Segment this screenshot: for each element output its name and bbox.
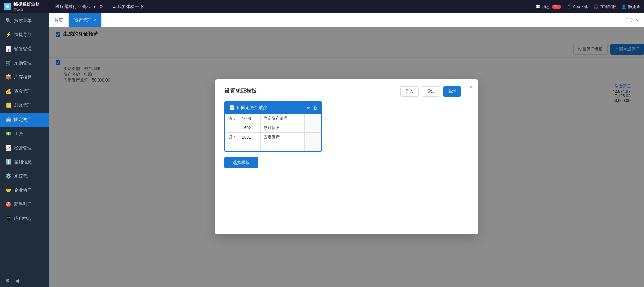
row-credit-3 (313, 142, 321, 151)
ledger-icon: 📒 (5, 102, 11, 108)
company-selector[interactable]: 医疗器械行业演示 ▼ ⚙ ☁ 我要体验一下 (55, 4, 531, 10)
tab-asset-mgmt[interactable]: 资产管理 × (69, 13, 102, 27)
experience-btn[interactable]: ☁ 我要体验一下 (112, 4, 144, 10)
user-nav[interactable]: 👤 畅捷通 (621, 4, 640, 10)
row-debit-3 (305, 142, 313, 151)
window-maximize-btn[interactable]: ⛶ (625, 16, 633, 24)
template-row-1: 1602 累计折旧 (225, 123, 321, 133)
search-icon: 🔍 (5, 18, 11, 24)
headset-icon: 🎧 (593, 4, 599, 9)
purchase-icon: 🛒 (5, 60, 11, 66)
row-type-1 (225, 123, 239, 133)
row-name-2: 固定资产 (260, 133, 304, 142)
sidebar-item-inventory[interactable]: 📦 库存核算 (0, 70, 49, 84)
company-name: 医疗器械行业演示 (55, 4, 90, 10)
row-debit-2 (305, 133, 313, 142)
sidebar-item-finance[interactable]: 💰 资金管理 (0, 84, 49, 98)
row-type-2: 贷： (225, 133, 239, 142)
row-code-3 (239, 142, 261, 151)
operations-icon: 📈 (5, 145, 11, 151)
row-code-0: 1606 (239, 114, 261, 123)
sales-icon: 📊 (5, 46, 11, 52)
row-name-0: 固定资产清理 (260, 114, 304, 123)
row-credit-0 (313, 114, 321, 123)
row-type-3 (225, 142, 239, 151)
content-area: 首页 资产管理 × — ⛶ × 生成的凭证预览 (49, 13, 644, 287)
top-bar: 财 畅捷通好业财 普及版 医疗器械行业演示 ▼ ⚙ ☁ 我要体验一下 💬 消息 … (0, 0, 644, 13)
sidebar-item-quicknav[interactable]: ⚡ 快捷导航 (0, 28, 49, 42)
row-code-2: 1601 (239, 133, 261, 142)
sidebar-item-app-center[interactable]: 📱 应用中心 (0, 212, 49, 226)
basic-info-icon: ℹ️ (5, 159, 11, 165)
app-container: 财 畅捷通好业财 普及版 医疗器械行业演示 ▼ ⚙ ☁ 我要体验一下 💬 消息 … (0, 0, 644, 287)
sidebar-item-search[interactable]: 🔍 搜索菜单 (0, 13, 49, 28)
row-debit-0 (305, 114, 313, 123)
import-btn[interactable]: 导入 (400, 86, 419, 97)
template-delete-icon[interactable]: 🗑 (313, 105, 317, 110)
logo-icon: 财 (4, 3, 11, 10)
row-name-3 (260, 142, 304, 151)
modal-overlay: × 设置凭证模板 导入 导出 新增 (49, 27, 644, 287)
enterprise-icon: 🤝 (5, 187, 11, 193)
modal-toolbar: 导入 导出 新增 (400, 86, 461, 97)
tab-close-icon[interactable]: × (94, 18, 96, 23)
template-row-3 (225, 142, 321, 151)
window-close-btn[interactable]: × (633, 16, 641, 24)
page-content: 生成的凭证预览 批量凭证模板 全部生成凭证 变动类型：资产清理 资产名称：电脑 … (49, 27, 644, 287)
row-credit-1 (313, 123, 321, 133)
sidebar-bottom: ⚙ ◀ (0, 274, 49, 287)
sidebar-item-guide[interactable]: 🎯 新手引导 (0, 197, 49, 212)
sidebar-item-ledger[interactable]: 📒 总账管理 (0, 98, 49, 113)
tab-bar: 首页 资产管理 × — ⛶ × (49, 13, 644, 27)
chevron-down-icon: ▼ (93, 5, 96, 9)
system-icon: ⚙️ (5, 173, 11, 179)
sidebar-item-basic-info[interactable]: ℹ️ 基础信息 (0, 155, 49, 169)
export-btn[interactable]: 导出 (422, 86, 440, 97)
modal-close-btn[interactable]: × (469, 84, 472, 90)
row-type-0: 借： (225, 114, 239, 123)
inventory-icon: 📦 (5, 74, 11, 80)
sidebar-item-operations[interactable]: 📈 经营管理 (0, 141, 49, 155)
window-minimize-btn[interactable]: — (617, 16, 625, 24)
message-icon: 💬 (535, 4, 541, 9)
sidebar: 🔍 搜索菜单 ⚡ 快捷导航 📊 销售管理 🛒 采购管理 📦 库存核算 (0, 13, 49, 287)
app-logo: 财 畅捷通好业财 普及版 (4, 1, 51, 12)
template-row-2: 贷： 1601 固定资产 (225, 133, 321, 142)
phone-icon: 📱 (566, 4, 572, 9)
sidebar-item-payroll[interactable]: 💵 工资 (0, 127, 49, 141)
row-debit-1 (305, 123, 313, 133)
sidebar-item-enterprise[interactable]: 🤝 企业协同 (0, 183, 49, 197)
settings-bottom-icon[interactable]: ⚙ (5, 278, 10, 284)
app-download-nav[interactable]: 📱 App下载 (566, 4, 588, 10)
template-card-header: 📄 5-固定资产减少 ✏ 🗑 (225, 102, 321, 114)
new-btn[interactable]: 新增 (443, 86, 461, 97)
message-nav[interactable]: 💬 消息 99+ (535, 4, 561, 10)
user-icon: 👤 (621, 4, 626, 9)
template-edit-icon[interactable]: ✏ (307, 105, 310, 110)
collapse-sidebar-icon[interactable]: ◀ (15, 278, 19, 284)
template-doc-icon: 📄 (229, 105, 235, 110)
template-header-icons: ✏ 🗑 (307, 105, 317, 110)
guide-icon: 🎯 (5, 201, 11, 208)
finance-icon: 💰 (5, 88, 11, 94)
sidebar-item-fixed-assets[interactable]: 🏢 固定资产 (0, 113, 49, 127)
row-code-1: 1602 (239, 123, 261, 133)
sidebar-item-purchase[interactable]: 🛒 采购管理 (0, 56, 49, 70)
template-name: 5-固定资产减少 (237, 105, 267, 111)
online-service-nav[interactable]: 🎧 在线客服 (593, 4, 616, 10)
app-name: 畅捷通好业财 普及版 (13, 1, 40, 12)
sidebar-item-system[interactable]: ⚙️ 系统管理 (0, 169, 49, 183)
choose-template-btn[interactable]: 选择模板 (224, 157, 258, 168)
sidebar-item-sales[interactable]: 📊 销售管理 (0, 42, 49, 56)
tab-ext-controls: — ⛶ × (617, 13, 644, 27)
main-area: 🔍 搜索菜单 ⚡ 快捷导航 📊 销售管理 🛒 采购管理 📦 库存核算 (0, 13, 644, 287)
row-credit-2 (313, 133, 321, 142)
template-card: 📄 5-固定资产减少 ✏ 🗑 (224, 101, 322, 152)
top-bar-right: 💬 消息 99+ 📱 App下载 🎧 在线客服 👤 畅捷通 (535, 4, 640, 10)
modal-dialog: × 设置凭证模板 导入 导出 新增 (215, 79, 478, 234)
tab-home[interactable]: 首页 (49, 13, 69, 27)
template-table: 借： 1606 固定资产清理 1602 (225, 114, 321, 151)
template-row-0: 借： 1606 固定资产清理 (225, 114, 321, 123)
template-card-body: 借： 1606 固定资产清理 1602 (225, 114, 321, 151)
settings-icon[interactable]: ⚙ (99, 4, 103, 9)
